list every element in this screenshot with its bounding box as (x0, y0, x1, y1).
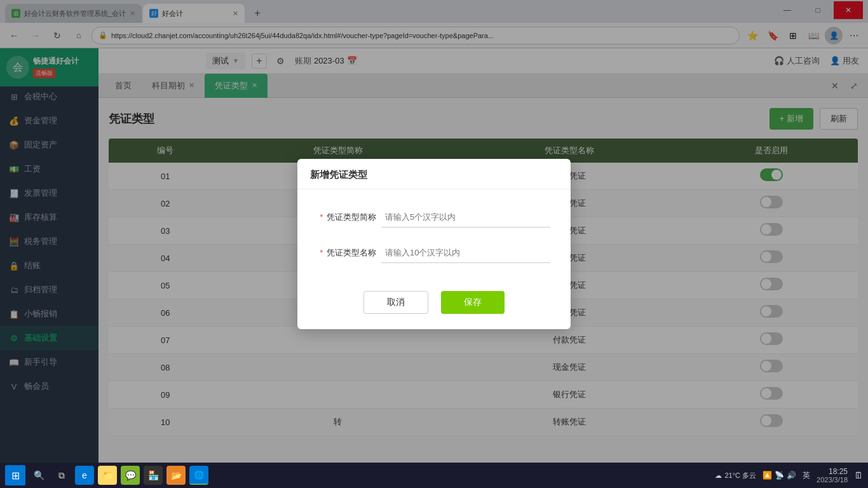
short-name-input[interactable] (381, 207, 550, 227)
browser-taskbar-icon[interactable]: 🌐 (189, 466, 208, 485)
modal-overlay: 新增凭证类型 * 凭证类型简称 * 凭证类型名称 (0, 0, 868, 488)
language-indicator[interactable]: 英 (803, 470, 810, 481)
taskbar: ⊞ 🔍 ⧉ e 📁 💬 🏪 📂 🌐 ☁ 21°C 多云 🔼 📡 🔊 英 18:2… (0, 463, 868, 488)
full-name-label: * 凭证类型名称 (318, 247, 381, 259)
weather-info: ☁ 21°C 多云 (715, 471, 756, 480)
short-name-row: * 凭证类型简称 (318, 207, 550, 227)
clock[interactable]: 18:25 2023/3/18 (817, 467, 848, 484)
appstore-taskbar-icon[interactable]: 🏪 (144, 466, 163, 485)
modal-dialog: 新增凭证类型 * 凭证类型简称 * 凭证类型名称 (297, 159, 571, 329)
full-name-input[interactable] (381, 243, 550, 263)
taskbar-right: ☁ 21°C 多云 🔼 📡 🔊 英 18:25 2023/3/18 🗓 (715, 467, 863, 484)
full-name-row: * 凭证类型名称 (318, 243, 550, 263)
search-taskbar-button[interactable]: 🔍 (29, 466, 48, 485)
wechat-taskbar-icon[interactable]: 💬 (121, 466, 140, 485)
save-button[interactable]: 保存 (441, 291, 505, 314)
modal-header: 新增凭证类型 (297, 159, 571, 189)
taskview-button[interactable]: ⧉ (52, 466, 71, 485)
browser-window: 会 好会计云财务软件管理系统_会计 ✕ 好 好会计 ✕ + — □ ✕ ← → … (0, 0, 868, 488)
weather-text: 21°C 多云 (724, 471, 756, 480)
short-name-label: * 凭证类型简称 (318, 212, 381, 223)
edge-taskbar-icon[interactable]: e (75, 466, 94, 485)
modal-footer: 取消 保存 (297, 283, 571, 329)
modal-body: * 凭证类型简称 * 凭证类型名称 (297, 189, 571, 283)
system-icons[interactable]: 🔼 📡 🔊 (763, 471, 796, 480)
cancel-button[interactable]: 取消 (363, 291, 428, 314)
modal-title: 新增凭证类型 (310, 169, 367, 180)
weather-icon: ☁ (715, 471, 722, 480)
start-button[interactable]: ⊞ (5, 465, 25, 485)
folder2-taskbar-icon[interactable]: 📂 (166, 466, 186, 485)
date: 2023/3/18 (817, 476, 848, 484)
file-taskbar-icon[interactable]: 📁 (98, 466, 117, 485)
notification-button[interactable]: 🗓 (854, 470, 863, 480)
time: 18:25 (817, 467, 848, 476)
